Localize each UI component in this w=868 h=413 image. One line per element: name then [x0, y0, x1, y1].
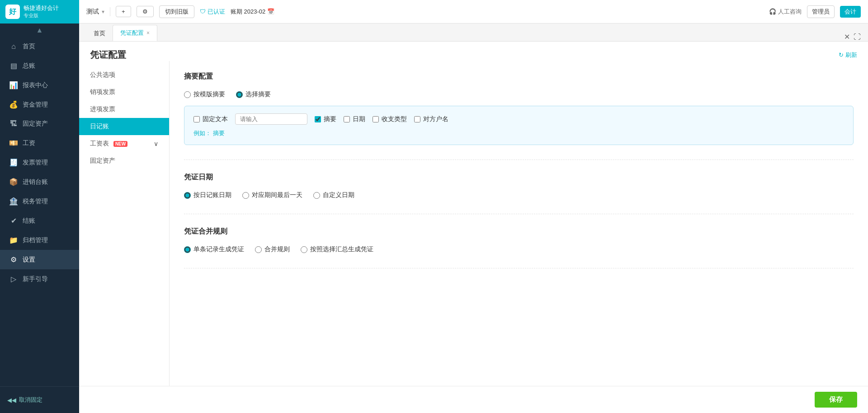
nav-up-button[interactable]: ▲ [33, 25, 47, 35]
summary-select-radio[interactable] [236, 91, 243, 98]
summary-checkbox-item[interactable]: 摘要 [315, 115, 336, 123]
page-wrapper: 凭证配置 ↻ 刷新 公共选项 销项发票 进项发票 [79, 42, 868, 413]
company-selector[interactable]: 测试 ▾ [86, 8, 104, 16]
summary-template-radio[interactable] [184, 91, 191, 98]
merge-single-radio[interactable] [184, 246, 191, 253]
date-checkbox[interactable] [344, 116, 350, 122]
payroll-icon: 💴 [9, 139, 18, 147]
topbar-divider-1 [110, 7, 110, 16]
date-option-custom[interactable]: 自定义日期 [313, 191, 354, 199]
fullscreen-button[interactable]: ⛶ [854, 33, 861, 41]
sidebar-item-payroll-label: 工资 [23, 139, 35, 147]
sidebar-item-invoice[interactable]: 🧾 发票管理 [0, 153, 79, 172]
refresh-button[interactable]: ↻ 刷新 [839, 51, 857, 59]
switch-old-button[interactable]: 切到旧版 [159, 5, 194, 18]
date-checkbox-item[interactable]: 日期 [344, 115, 365, 123]
user-button[interactable]: 管理员 [807, 5, 835, 18]
sidebar-item-capital[interactable]: 💰 资金管理 [0, 95, 79, 114]
sidebar-item-tax-label: 税务管理 [23, 197, 48, 206]
income-type-checkbox-item[interactable]: 收支类型 [373, 115, 407, 123]
left-nav-journal[interactable]: 日记账 [79, 118, 169, 135]
capital-icon: 💰 [9, 100, 18, 109]
sidebar-item-settings[interactable]: ⚙ 设置 [0, 250, 79, 269]
summary-option-select[interactable]: 选择摘要 [236, 90, 271, 99]
tab-voucher-config[interactable]: 凭证配置 × [113, 25, 157, 41]
sidebar-bottom: ◀◀ 取消固定 [0, 386, 79, 413]
sidebar-item-home[interactable]: ⌂ 首页 [0, 37, 79, 56]
merge-single-label: 单条记录生成凭证 [193, 245, 244, 253]
period-text-label: 账期 [231, 8, 242, 16]
left-nav-payroll[interactable]: 工资表 NEW ∨ [79, 135, 169, 152]
settings-icon: ⚙ [9, 255, 18, 264]
status-label: 已认证 [208, 8, 225, 16]
summary-label: 摘要 [324, 115, 336, 123]
ledger-icon: ▤ [9, 61, 18, 70]
merge-section-title: 凭证合并规则 [184, 227, 854, 236]
chevron-down-icon: ▾ [102, 9, 104, 15]
example-prefix: 例如： [193, 130, 211, 136]
tab-home-label: 首页 [94, 29, 105, 38]
fixed-assets-icon: 🏗 [9, 120, 18, 128]
fixed-text-checkbox-item[interactable]: 固定文本 [193, 115, 228, 123]
summary-checkbox-row: 固定文本 摘要 日期 [193, 113, 844, 125]
close-button[interactable]: ✕ [844, 33, 850, 41]
period-display: 账期 2023-02 📅 [231, 8, 275, 16]
sidebar-item-tax[interactable]: 🏦 税务管理 [0, 192, 79, 211]
left-nav-fixed-assets[interactable]: 固定资产 [79, 152, 169, 169]
date-option-journal[interactable]: 按日记账日期 [184, 191, 231, 199]
merge-summary-radio[interactable] [301, 246, 307, 253]
merge-option-summary[interactable]: 按照选择汇总生成凭证 [301, 245, 373, 253]
sidebar-item-home-label: 首页 [23, 42, 35, 51]
summary-option-template[interactable]: 按模版摘要 [184, 90, 225, 99]
sidebar-item-reports[interactable]: 📊 报表中心 [0, 75, 79, 95]
merge-rule-radio[interactable] [255, 246, 262, 253]
page-header: 凭证配置 ↻ 刷新 [79, 42, 868, 61]
fixed-text-input[interactable] [235, 113, 307, 125]
left-nav-public[interactable]: 公共选项 [79, 66, 169, 84]
consult-label: 人工咨询 [778, 8, 802, 16]
cancel-fixed-button[interactable]: ◀◀ 取消固定 [0, 391, 79, 408]
arrow-down-icon: ∨ [154, 140, 158, 147]
calendar-icon: 📅 [267, 8, 274, 15]
merge-summary-label: 按照选择汇总生成凭证 [310, 245, 373, 253]
date-custom-radio[interactable] [313, 192, 320, 199]
example-value: 摘要 [213, 130, 225, 136]
left-nav-payroll-label: 工资表 NEW [90, 140, 127, 148]
summary-checkbox[interactable] [315, 116, 321, 122]
merge-option-rule[interactable]: 合并规则 [255, 245, 290, 253]
divider-1 [184, 160, 854, 160]
counterparty-checkbox[interactable] [414, 116, 420, 122]
save-button[interactable]: 保存 [815, 392, 857, 408]
sidebar-item-invoice-label: 发票管理 [23, 159, 48, 167]
sidebar-item-fixed-assets-label: 固定资产 [23, 120, 48, 128]
sidebar-item-archive[interactable]: 📁 归档管理 [0, 230, 79, 250]
consult-button[interactable]: 🎧 人工咨询 [769, 8, 802, 16]
reports-icon: 📊 [9, 81, 18, 89]
left-nav-purchase-invoice[interactable]: 进项发票 [79, 101, 169, 118]
sidebar-item-sales-purchase[interactable]: 📦 进销台账 [0, 172, 79, 192]
date-journal-label: 按日记账日期 [193, 191, 231, 199]
accountant-button[interactable]: 会计 [840, 6, 861, 18]
date-last-day-radio[interactable] [242, 192, 249, 199]
summary-select-label: 选择摘要 [245, 90, 271, 99]
fixed-text-checkbox[interactable] [193, 116, 200, 122]
add-button[interactable]: + [116, 6, 131, 17]
sidebar-item-fixed-assets[interactable]: 🏗 固定资产 [0, 114, 79, 133]
sidebar-item-payroll[interactable]: 💴 工资 [0, 133, 79, 153]
status-badge: 🛡 已认证 [200, 8, 225, 16]
date-journal-radio[interactable] [184, 192, 191, 199]
sidebar-item-guide[interactable]: ▷ 新手引导 [0, 269, 79, 289]
date-option-last-day[interactable]: 对应期间最后一天 [242, 191, 302, 199]
date-last-day-label: 对应期间最后一天 [252, 191, 302, 199]
left-nav: 公共选项 销项发票 进项发票 日记账 工资表 NEW [79, 61, 170, 386]
settings-gear-button[interactable]: ⚙ [137, 6, 154, 17]
left-nav-sales-invoice[interactable]: 销项发票 [79, 84, 169, 101]
tab-close-button[interactable]: × [146, 30, 150, 36]
counterparty-checkbox-item[interactable]: 对方户名 [414, 115, 448, 123]
shield-icon: 🛡 [200, 8, 206, 15]
sidebar-item-checkout[interactable]: ✔ 结账 [0, 211, 79, 230]
tab-home[interactable]: 首页 [86, 26, 113, 41]
income-type-checkbox[interactable] [373, 116, 379, 122]
sidebar-item-ledger[interactable]: ▤ 总账 [0, 56, 79, 75]
merge-option-single[interactable]: 单条记录生成凭证 [184, 245, 244, 253]
